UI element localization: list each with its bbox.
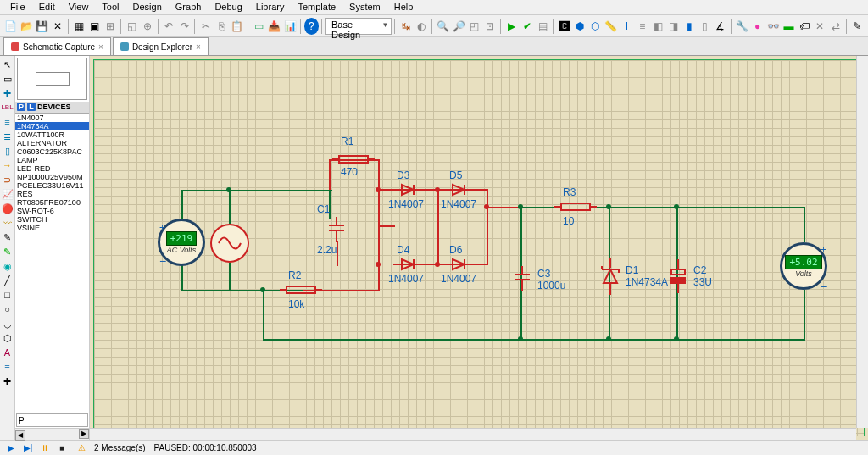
zoom-in-icon[interactable]: ⊕ — [140, 18, 154, 35]
area-icon[interactable]: ▣ — [87, 18, 102, 35]
save-icon[interactable]: 💾 — [35, 18, 49, 35]
menu-design[interactable]: Design — [126, 0, 169, 14]
symbol-icon[interactable]: ≡ — [1, 360, 14, 374]
capacitor-c2[interactable] — [668, 259, 688, 295]
cut-icon[interactable]: ✂ — [198, 18, 213, 35]
play-icon[interactable]: ▶ — [504, 18, 519, 35]
check-icon[interactable]: ✔ — [520, 18, 534, 35]
menu-template[interactable]: Template — [291, 0, 342, 14]
tool7-icon[interactable]: ▮ — [682, 18, 696, 35]
tab-design-explorer[interactable]: Design Explorer × — [113, 37, 209, 55]
tool3-icon[interactable]: I — [620, 18, 634, 35]
spanner-icon[interactable]: 🔧 — [735, 18, 749, 35]
scrollbar-h[interactable]: ◀ ▶ — [15, 428, 89, 440]
menu-view[interactable]: View — [62, 0, 96, 14]
l-icon[interactable]: L — [27, 103, 36, 111]
circle-icon[interactable]: ○ — [1, 302, 14, 316]
text-icon[interactable]: ≡ — [1, 115, 14, 129]
copy-icon[interactable]: ⎘ — [214, 18, 229, 35]
search-icon[interactable]: 🔍 — [436, 18, 450, 35]
rect-icon[interactable]: □ — [1, 288, 14, 302]
cross-icon[interactable]: ✕ — [813, 18, 827, 35]
pin-input[interactable] — [16, 413, 88, 427]
design-dropdown[interactable]: Base Design — [326, 18, 392, 35]
new-icon[interactable]: 📄 — [3, 18, 18, 35]
binocs-icon[interactable]: 👓 — [765, 18, 780, 35]
probe-icon[interactable]: ✎ — [1, 230, 14, 244]
arc-icon[interactable]: ◡ — [1, 317, 14, 330]
list-item[interactable]: NP1000U25V950M — [15, 173, 89, 181]
list-item[interactable]: SW-ROT-6 — [15, 207, 89, 215]
resistor-r2[interactable] — [280, 283, 322, 297]
chip-icon[interactable]: ▬ — [782, 18, 796, 35]
menu-edit[interactable]: Edit — [32, 0, 62, 14]
list-item[interactable]: RES — [15, 190, 89, 198]
highlight-icon[interactable]: ◐ — [415, 18, 429, 35]
list-item[interactable]: RT0805FRE07100 — [15, 198, 89, 207]
menu-graph[interactable]: Graph — [169, 0, 209, 14]
open-icon[interactable]: 📂 — [19, 18, 33, 35]
chart-icon[interactable]: 📊 — [282, 18, 297, 35]
run-icon[interactable]: ▶ — [3, 442, 19, 454]
step-icon[interactable]: ▶| — [20, 442, 36, 454]
tool2-icon[interactable]: ⬡ — [588, 18, 603, 35]
diode-d6[interactable] — [444, 258, 478, 271]
tool8-icon[interactable]: ▯ — [698, 18, 712, 35]
list-item[interactable]: ALTERNATOR — [15, 139, 89, 147]
resistor-r3[interactable] — [554, 200, 597, 214]
graph-icon[interactable]: 📈 — [1, 187, 14, 201]
list-item[interactable]: 1N4734A — [15, 122, 89, 130]
list-item[interactable]: 10WATT100R — [15, 130, 89, 139]
transfer-icon[interactable]: ↹ — [398, 18, 413, 35]
grid-icon[interactable]: ⊞ — [103, 18, 118, 35]
edit-icon[interactable]: ✎ — [849, 18, 864, 35]
tab-schematic[interactable]: Schematic Capture × — [3, 37, 111, 55]
marker-icon[interactable]: ✚ — [1, 375, 14, 388]
tab-close-icon[interactable]: × — [98, 42, 103, 52]
tool6-icon[interactable]: ◨ — [666, 18, 681, 35]
schematic-canvas[interactable]: R1 470 R2 10k R3 10 C1 2.2u C3 1000u — [90, 56, 868, 440]
probe2-icon[interactable]: ✎ — [1, 245, 14, 258]
label-icon[interactable]: LBL — [1, 101, 14, 114]
component-icon[interactable]: ▭ — [1, 72, 14, 86]
pointer-icon[interactable]: ↖ — [1, 58, 14, 71]
pin-icon[interactable]: ⊃ — [1, 173, 14, 186]
list-item[interactable]: C0603C225K8PAC — [15, 147, 89, 156]
list-item[interactable]: LAMP — [15, 156, 89, 164]
netlist-icon[interactable]: ▤ — [536, 18, 550, 35]
messages-count[interactable]: 2 Message(s) — [94, 443, 146, 452]
resistor-r1[interactable] — [332, 153, 375, 166]
line-icon[interactable]: ╱ — [1, 274, 14, 287]
tool4-icon[interactable]: ≡ — [635, 18, 649, 35]
page-icon[interactable]: ▦ — [72, 18, 86, 35]
color-icon[interactable]: ● — [750, 18, 765, 35]
text-a-icon[interactable]: A — [1, 346, 14, 359]
block-icon[interactable]: ▭ — [252, 18, 266, 35]
ac-source[interactable] — [210, 224, 249, 263]
undo-icon[interactable]: ↶ — [162, 18, 176, 35]
zoom-all-icon[interactable]: ⊡ — [482, 18, 497, 35]
pause-icon[interactable]: ⏸ — [37, 442, 53, 454]
menu-help[interactable]: Help — [387, 0, 420, 14]
import-icon[interactable]: 📥 — [267, 18, 281, 35]
canvas-scrollbar-h[interactable] — [90, 428, 856, 440]
tool1-icon[interactable]: ⬢ — [572, 18, 587, 35]
search2-icon[interactable]: 🔎 — [451, 18, 465, 35]
list-item[interactable]: PCELEC33U16V11 — [15, 181, 89, 190]
zoom-sel-icon[interactable]: ◰ — [467, 18, 481, 35]
cad-icon[interactable]: 🅲 — [557, 18, 571, 35]
devices-list[interactable]: 1N4007 1N4734A 10WATT100R ALTERNATOR C06… — [15, 114, 89, 413]
menu-file[interactable]: File — [3, 0, 32, 14]
terminal-icon[interactable]: → — [1, 158, 14, 172]
junction-icon[interactable]: ✚ — [1, 86, 14, 100]
capacitor-c1[interactable] — [324, 217, 341, 234]
zoom-fit-icon[interactable]: ◱ — [125, 18, 139, 35]
exchange-icon[interactable]: ⇄ — [828, 18, 843, 35]
stop-icon[interactable]: ■ — [54, 442, 70, 454]
help-icon[interactable]: ? — [304, 18, 319, 35]
bus-icon[interactable]: ≣ — [1, 130, 14, 143]
menu-debug[interactable]: Debug — [208, 0, 248, 14]
diode-d5[interactable] — [444, 183, 478, 197]
gen-icon[interactable]: 〰 — [1, 216, 14, 230]
ruler-icon[interactable]: 📏 — [604, 18, 618, 35]
